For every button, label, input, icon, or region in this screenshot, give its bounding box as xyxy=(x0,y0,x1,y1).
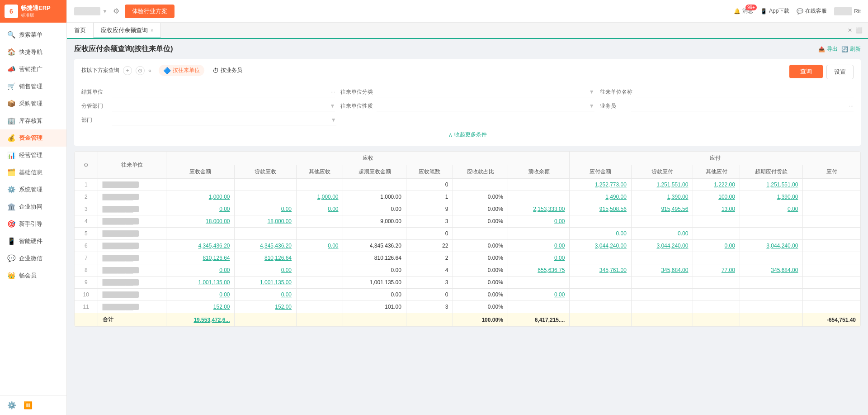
table-cell-link[interactable]: 1,390.00 xyxy=(740,191,802,203)
supervisor-dept-select[interactable]: ▼ xyxy=(112,101,335,111)
scheme-by-salesperson[interactable]: ⏱ 按业务员 xyxy=(208,65,247,76)
table-cell-link[interactable]: 18,000.00 xyxy=(166,215,235,228)
refresh-button[interactable]: 🔄 刷新 xyxy=(841,45,861,53)
sidebar-settings-icon[interactable]: ⚙️ xyxy=(7,401,16,410)
table-cell-link[interactable]: 345,761.00 xyxy=(570,264,632,277)
table-cell-link[interactable]: 100.00 xyxy=(693,191,740,203)
table-cell-link[interactable]: 3,044,240.00 xyxy=(570,240,632,252)
table-cell-link[interactable]: 0.00 xyxy=(570,228,632,240)
table-cell-link[interactable]: 0.00 xyxy=(166,264,235,277)
sidebar-item-member[interactable]: 👑 畅会员 xyxy=(0,267,66,284)
table-cell-link[interactable]: 0.00 xyxy=(297,240,343,252)
user-avatar-area[interactable]: Rit xyxy=(834,8,861,14)
table-cell-link[interactable]: 1,490.00 xyxy=(570,191,632,203)
scheme-by-partner[interactable]: 🔷 按往来单位 xyxy=(159,65,204,76)
notification-button[interactable]: 🔔 消息 99+ xyxy=(734,7,753,15)
service-button[interactable]: 💬 在线客服 xyxy=(797,7,827,15)
partner-name-cell: ████████ xyxy=(98,215,166,228)
settlement-unit-dots[interactable]: ··· xyxy=(330,89,335,95)
sidebar-item-quick[interactable]: 🏠 快捷导航 xyxy=(0,43,66,61)
sidebar-item-inventory[interactable]: 🏢 库存核算 xyxy=(0,112,66,129)
table-settings-icon[interactable]: ⚙ xyxy=(84,162,89,168)
table-cell-link[interactable]: 2,153,333.00 xyxy=(508,203,570,215)
table-cell-link[interactable]: 13.00 xyxy=(693,203,740,215)
table-cell-link[interactable]: 152.00 xyxy=(166,301,235,313)
table-cell-link[interactable]: 915,495.56 xyxy=(631,203,693,215)
department-select[interactable]: ▼ xyxy=(112,115,336,125)
table-cell-link[interactable]: 1,000.00 xyxy=(297,191,343,203)
table-cell-link[interactable]: 0.00 xyxy=(508,252,570,264)
tab-home[interactable]: 首页 xyxy=(67,23,94,38)
gear-button[interactable]: ⚙ xyxy=(113,7,119,15)
table-cell-link[interactable]: 4,345,436.20 xyxy=(166,240,235,252)
table-cell-link[interactable]: 0.00 xyxy=(693,240,740,252)
table-cell-link[interactable]: 0.00 xyxy=(235,264,297,277)
sidebar-item-sales[interactable]: 🛒 销售管理 xyxy=(0,78,66,95)
tab-ar-query[interactable]: 应收应付余额查询 × xyxy=(94,23,161,38)
sidebar-item-finance[interactable]: 💰 资金管理 xyxy=(0,129,66,147)
salesperson-dots[interactable]: ··· xyxy=(849,103,854,109)
table-cell-link[interactable]: 810,126.64 xyxy=(235,252,297,264)
table-cell-link[interactable]: 0.00 xyxy=(235,203,297,215)
table-cell-link[interactable]: 3,044,240.00 xyxy=(631,240,693,252)
table-cell-link[interactable]: 1,252,773.00 xyxy=(570,179,632,191)
table-cell-link[interactable]: 1,390.00 xyxy=(631,191,693,203)
table-cell-link[interactable]: 3,044,240.00 xyxy=(740,240,802,252)
table-cell-link[interactable]: 0.00 xyxy=(508,289,570,301)
table-cell-link[interactable]: 345,684.00 xyxy=(740,264,802,277)
table-cell-link[interactable]: 0.00 xyxy=(166,289,235,301)
table-cell-link[interactable]: 1,001,135.00 xyxy=(166,277,235,289)
table-cell-link[interactable]: 1,251,551.00 xyxy=(631,179,693,191)
table-cell-link[interactable]: 0.00 xyxy=(508,215,570,228)
table-cell-link[interactable]: 0.00 xyxy=(508,240,570,252)
trial-button[interactable]: 体验行业方案 xyxy=(125,5,175,18)
sidebar-collapse-icon[interactable]: ⏸️ xyxy=(24,401,33,410)
salesperson-select[interactable]: ··· xyxy=(631,101,854,111)
col-ap-loan: 贷款应付 xyxy=(631,165,693,179)
table-cell-link[interactable]: 1,000.00 xyxy=(166,191,235,203)
table-cell-link[interactable]: 0.00 xyxy=(166,203,235,215)
sidebar-item-wechat[interactable]: 💬 企业微信 xyxy=(0,250,66,267)
export-button[interactable]: 📤 导出 xyxy=(818,45,838,53)
table-cell-link[interactable]: 4,345,436.20 xyxy=(235,240,297,252)
sidebar-item-system[interactable]: ⚙️ 系统管理 xyxy=(0,181,66,198)
sidebar-item-operations[interactable]: 📊 经营管理 xyxy=(0,147,66,164)
partner-category-select[interactable]: ▼ xyxy=(377,87,594,97)
close-window-icon[interactable]: ✕ xyxy=(848,27,852,33)
sidebar-item-search[interactable]: 🔍 搜索菜单 xyxy=(0,26,66,43)
col-settings[interactable]: ⚙ xyxy=(75,152,98,179)
sidebar-item-enterprise[interactable]: 🏛️ 企业协同 xyxy=(0,198,66,215)
filter-setting-button[interactable]: ⊙ xyxy=(136,66,145,75)
table-cell-link[interactable]: 0.00 xyxy=(235,289,297,301)
table-cell-link[interactable]: 0.00 xyxy=(631,228,693,240)
table-cell-link[interactable]: 0.00 xyxy=(297,203,343,215)
tab-close-icon[interactable]: × xyxy=(151,28,153,33)
partner-nature-select[interactable]: ▼ xyxy=(377,101,594,111)
filter-add-button[interactable]: + xyxy=(123,66,132,75)
table-cell-link[interactable]: 18,000.00 xyxy=(235,215,297,228)
table-cell-link[interactable]: 152.00 xyxy=(235,301,297,313)
table-cell-link[interactable]: 810,126.64 xyxy=(166,252,235,264)
partner-name-input[interactable] xyxy=(636,87,854,97)
settlement-unit-input[interactable]: ··· xyxy=(112,87,335,97)
sidebar-item-hardware[interactable]: 📱 智能硬件 xyxy=(0,233,66,250)
sidebar-item-guide[interactable]: 🎯 新手引导 xyxy=(0,215,66,233)
table-cell-link[interactable]: 1,251,551.00 xyxy=(740,179,802,191)
settings-button[interactable]: 设置 xyxy=(826,65,854,79)
table-cell-link[interactable]: 1,222.00 xyxy=(693,179,740,191)
table-cell-link[interactable]: 345,684.00 xyxy=(631,264,693,277)
table-cell-link[interactable]: 0.00 xyxy=(740,203,802,215)
table-cell-link[interactable]: 655,636.75 xyxy=(508,264,570,277)
footer-ar-total[interactable]: 19,553,472,6... xyxy=(166,313,235,327)
app-download-button[interactable]: 📱 App下载 xyxy=(760,7,789,15)
table-cell-link[interactable]: 1,001,135.00 xyxy=(235,277,297,289)
table-cell-link[interactable]: 915,508.56 xyxy=(570,203,632,215)
collapse-more-button[interactable]: ∧ 收起更多条件 xyxy=(81,131,854,138)
filter-collapse-button[interactable]: « xyxy=(148,67,151,74)
maximize-window-icon[interactable]: ⬜ xyxy=(856,27,863,33)
sidebar-item-purchase[interactable]: 📦 采购管理 xyxy=(0,95,66,112)
sidebar-item-basic[interactable]: 🗂️ 基础信息 xyxy=(0,164,66,181)
table-cell-link[interactable]: 77.00 xyxy=(693,264,740,277)
query-button[interactable]: 查询 xyxy=(789,65,823,78)
sidebar-item-marketing[interactable]: 📣 营销推广 xyxy=(0,61,66,78)
